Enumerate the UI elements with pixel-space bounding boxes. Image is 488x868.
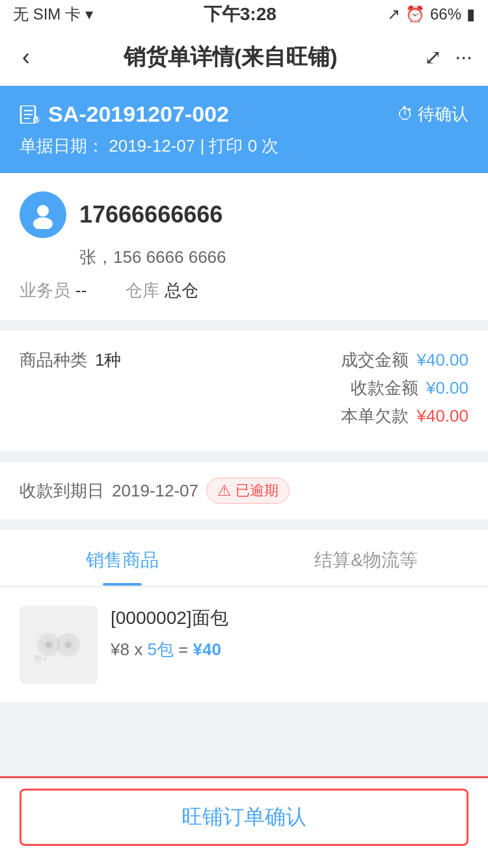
product-type-field: 商品种类 1种 (20, 349, 121, 372)
location-icon: ↗ (387, 5, 400, 23)
user-icon (29, 200, 57, 229)
clock-icon: ⏱ (397, 104, 414, 124)
owed-row: 本单欠款 ¥40.00 (341, 405, 468, 427)
sim-status: 无 SIM 卡 ▾ (13, 4, 93, 25)
page-title: 销货单详情(来自旺铺) (36, 42, 424, 72)
received-row: 收款金额 ¥0.00 (341, 377, 468, 400)
tab-settlement[interactable]: 结算&物流等 (244, 530, 488, 586)
product-info: [0000002]面包 ¥8 x 5包 = ¥40 (111, 606, 468, 661)
svg-text:↺: ↺ (34, 116, 40, 124)
order-status: ⏱ 待确认 (397, 103, 468, 126)
tab-sales-products[interactable]: 销售商品 (0, 530, 244, 586)
amount-row: 成交金额 ¥40.00 (341, 349, 468, 372)
nav-actions: ⤢ ··· (424, 45, 472, 70)
summary-section: 商品种类 1种 成交金额 ¥40.00 收款金额 ¥0.00 本单欠款 ¥40.… (0, 331, 488, 451)
status-left: 无 SIM 卡 ▾ (13, 4, 93, 25)
customer-meta: 业务员 -- 仓库 总仓 (20, 279, 468, 302)
salesperson-field: 业务员 -- (20, 279, 87, 302)
product-price: ¥8 x 5包 = ¥40 (111, 638, 468, 661)
overdue-badge: ⚠ 已逾期 (206, 478, 290, 504)
svg-point-6 (37, 205, 49, 217)
product-item: 野+ [0000002]面包 ¥8 x 5包 = ¥40 (20, 606, 468, 684)
customer-section: 17666666666 张，156 6666 6666 业务员 -- 仓库 总仓 (0, 173, 488, 320)
bottom-bar: 旺铺订单确认 (0, 776, 488, 868)
amount-summary: 成交金额 ¥40.00 收款金额 ¥0.00 本单欠款 ¥40.00 (341, 349, 468, 433)
product-name: [0000002]面包 (111, 606, 468, 631)
product-section: 野+ [0000002]面包 ¥8 x 5包 = ¥40 (0, 588, 488, 702)
back-button[interactable]: ‹ (16, 37, 36, 77)
svg-point-13 (65, 642, 72, 648)
status-bar: 无 SIM 卡 ▾ 下午3:28 ↗ ⏰ 66% ▮ (0, 0, 488, 29)
status-time: 下午3:28 (204, 2, 277, 27)
due-label: 收款到期日 (20, 480, 104, 502)
warehouse-field: 仓库 总仓 (126, 279, 198, 302)
order-date: 单据日期： 2019-12-07 | 打印 0 次 (20, 135, 468, 157)
order-number: ↺ SA-20191207-002 (20, 102, 229, 127)
share-button[interactable]: ⤢ (424, 45, 442, 70)
product-thumbnail: 野+ (20, 606, 98, 684)
nav-bar: ‹ 销货单详情(来自旺铺) ⤢ ··· (0, 29, 488, 86)
battery-icon: ▮ (467, 5, 475, 23)
svg-point-7 (33, 217, 53, 229)
more-button[interactable]: ··· (455, 45, 472, 69)
battery-status: 66% (430, 5, 461, 23)
customer-phone: 17666666666 (79, 201, 223, 228)
svg-text:野+: 野+ (34, 655, 47, 664)
confirm-order-button[interactable]: 旺铺订单确认 (20, 789, 468, 846)
order-icon: ↺ (20, 105, 40, 124)
product-image: 野+ (29, 625, 88, 664)
status-right: ↗ ⏰ 66% ▮ (387, 5, 475, 23)
due-date-section: 收款到期日 2019-12-07 ⚠ 已逾期 (0, 461, 488, 519)
alarm-icon: ⏰ (405, 5, 425, 23)
order-header-card: ↺ SA-20191207-002 ⏱ 待确认 单据日期： 2019-12-07… (0, 86, 488, 173)
customer-name: 张，156 6666 6666 (20, 246, 468, 269)
avatar (20, 191, 66, 238)
tabs: 销售商品 结算&物流等 (0, 530, 488, 586)
warning-icon: ⚠ (217, 481, 232, 500)
due-date-value: 2019-12-07 (112, 481, 198, 501)
svg-point-12 (46, 642, 52, 648)
